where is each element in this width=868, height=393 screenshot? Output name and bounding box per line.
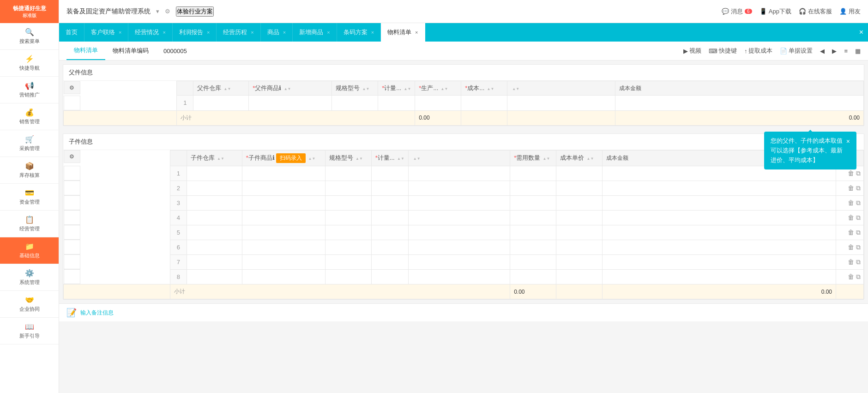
app-download-item[interactable]: 📱 App下载 — [760, 7, 791, 16]
child-row1-unit-cost[interactable] — [556, 166, 603, 181]
child-row5-product[interactable] — [242, 225, 325, 240]
nav-tab-close-2[interactable]: × — [163, 30, 165, 35]
child-row5-warehouse[interactable] — [187, 225, 242, 240]
nav-tab-6[interactable]: 新增商品× — [293, 23, 337, 42]
nav-tab-close-4[interactable]: × — [251, 30, 253, 35]
child-row6-delete-icon[interactable]: 🗑 — [848, 243, 854, 251]
child-row2-delete-icon[interactable]: 🗑 — [848, 184, 854, 192]
sidebar-item-3[interactable]: 💰 销售管理 — [0, 103, 59, 130]
child-row1-spec[interactable] — [325, 166, 371, 181]
parent-row1-cost[interactable] — [461, 96, 507, 111]
child-row4-product[interactable] — [242, 210, 325, 225]
sidebar-item-10[interactable]: 🤝 企业协同 — [0, 291, 59, 318]
child-row7-product[interactable] — [242, 254, 325, 269]
sidebar-item-6[interactable]: 💳 资金管理 — [0, 184, 59, 211]
nav-tab-5[interactable]: 商品× — [261, 23, 293, 42]
sidebar-item-8[interactable]: 📁 基础信息 — [0, 237, 59, 264]
shortcut-link[interactable]: ⌨ 快捷键 — [709, 47, 737, 55]
child-row4-unit-cost[interactable] — [556, 210, 603, 225]
sidebar-item-0[interactable]: 🔍 搜索菜单 — [0, 23, 59, 50]
parent-row1-produce[interactable] — [415, 96, 461, 111]
prev-btn[interactable]: ◀ — [820, 48, 825, 54]
child-row1-copy-icon[interactable]: ⧉ — [856, 169, 861, 177]
sidebar-item-4[interactable]: 🛒 采购管理 — [0, 130, 59, 157]
child-row6-copy-icon[interactable]: ⧉ — [856, 243, 861, 251]
child-row4-copy-icon[interactable]: ⧉ — [856, 214, 861, 222]
child-row7-warehouse[interactable] — [187, 254, 242, 269]
child-row8-unit-cost[interactable] — [556, 269, 603, 284]
child-row8-unit[interactable] — [371, 269, 408, 284]
settings-icon[interactable]: ⚙ — [165, 8, 170, 15]
child-row2-spec[interactable] — [325, 181, 371, 195]
child-row7-qty[interactable] — [510, 254, 556, 269]
child-row1-warehouse[interactable] — [187, 166, 242, 181]
child-row5-copy-icon[interactable]: ⧉ — [856, 229, 861, 236]
scan-input-button[interactable]: 扫码录入 — [276, 153, 306, 163]
nav-tab-3[interactable]: 利润报告× — [173, 23, 217, 42]
child-row4-warehouse[interactable] — [187, 210, 242, 225]
sidebar-item-7[interactable]: 📋 经营管理 — [0, 211, 59, 237]
child-row8-warehouse[interactable] — [187, 269, 242, 284]
nav-tab-2[interactable]: 经营情况× — [128, 23, 172, 42]
child-row5-delete-icon[interactable]: 🗑 — [848, 229, 854, 236]
child-row1-qty[interactable] — [510, 166, 556, 181]
child-row6-unit[interactable] — [371, 240, 408, 254]
child-row8-copy-icon[interactable]: ⧉ — [856, 273, 861, 281]
child-row3-spec[interactable] — [325, 195, 371, 210]
parent-settings-gear-header[interactable]: ⚙ — [64, 81, 80, 94]
child-row7-delete-icon[interactable]: 🗑 — [848, 258, 854, 266]
sidebar-item-9[interactable]: ⚙️ 系统管理 — [0, 264, 59, 291]
child-row8-spec[interactable] — [325, 269, 371, 284]
nav-tab-close-5[interactable]: × — [283, 30, 286, 35]
child-row5-unit-cost[interactable] — [556, 225, 603, 240]
child-row7-copy-icon[interactable]: ⧉ — [856, 258, 861, 266]
user-item[interactable]: 👤 用友 — [839, 7, 861, 16]
nav-tab-close-6[interactable]: × — [327, 30, 330, 35]
nav-tab-close-1[interactable]: × — [119, 30, 121, 35]
child-row2-warehouse[interactable] — [187, 181, 242, 195]
nav-tab-close-7[interactable]: × — [371, 30, 374, 35]
parent-row1-unit[interactable] — [378, 96, 415, 111]
grid-view-btn[interactable]: ≡ — [844, 48, 848, 54]
child-row8-qty[interactable] — [510, 269, 556, 284]
child-row3-copy-icon[interactable]: ⧉ — [856, 199, 861, 207]
child-row1-unit[interactable] — [371, 166, 408, 181]
sidebar-item-1[interactable]: ⚡ 快捷导航 — [0, 50, 59, 77]
online-service-item[interactable]: 🎧 在线客服 — [799, 7, 832, 16]
child-row3-delete-icon[interactable]: 🗑 — [848, 199, 854, 207]
child-row6-spec[interactable] — [325, 240, 371, 254]
nav-tab-4[interactable]: 经营历程× — [217, 23, 260, 42]
child-row2-qty[interactable] — [510, 181, 556, 195]
nav-tab-0[interactable]: 首页 — [59, 23, 84, 42]
child-row3-unit[interactable] — [371, 195, 408, 210]
child-row8-product[interactable] — [242, 269, 325, 284]
child-row2-product[interactable] — [242, 181, 325, 195]
sub-tab-bill-of-materials[interactable]: 物料清单 — [66, 42, 105, 60]
child-row8-delete-icon[interactable]: 🗑 — [848, 273, 854, 281]
parent-row1-warehouse[interactable] — [193, 96, 249, 111]
sidebar-item-2[interactable]: 📢 营销推广 — [0, 77, 59, 103]
child-row5-unit[interactable] — [371, 225, 408, 240]
child-row5-qty[interactable] — [510, 225, 556, 240]
video-link[interactable]: ▶ 视频 — [683, 47, 701, 55]
trial-button[interactable]: 体验行业方案 — [176, 6, 214, 17]
child-row2-unit[interactable] — [371, 181, 408, 195]
child-row6-unit-cost[interactable] — [556, 240, 603, 254]
child-row6-warehouse[interactable] — [187, 240, 242, 254]
child-row6-qty[interactable] — [510, 240, 556, 254]
parent-row1-spec[interactable] — [332, 96, 378, 111]
child-row3-warehouse[interactable] — [187, 195, 242, 210]
messages-item[interactable]: 💬 消息 6 — [722, 7, 752, 16]
nav-tab-8[interactable]: 物料清单× — [381, 23, 425, 42]
child-row4-qty[interactable] — [510, 210, 556, 225]
child-row3-unit-cost[interactable] — [556, 195, 603, 210]
child-row7-unit[interactable] — [371, 254, 408, 269]
extract-cost-link[interactable]: ↑ 提取成本 — [744, 47, 773, 55]
nav-tab-close-8[interactable]: × — [415, 30, 418, 35]
nav-tab-7[interactable]: 条码方案× — [337, 23, 381, 42]
child-row2-copy-icon[interactable]: ⧉ — [856, 184, 861, 192]
child-row3-product[interactable] — [242, 195, 325, 210]
child-settings-gear-header[interactable]: ⚙ — [64, 150, 80, 163]
child-row3-qty[interactable] — [510, 195, 556, 210]
sidebar-item-11[interactable]: 📖 新手引导 — [0, 318, 59, 345]
